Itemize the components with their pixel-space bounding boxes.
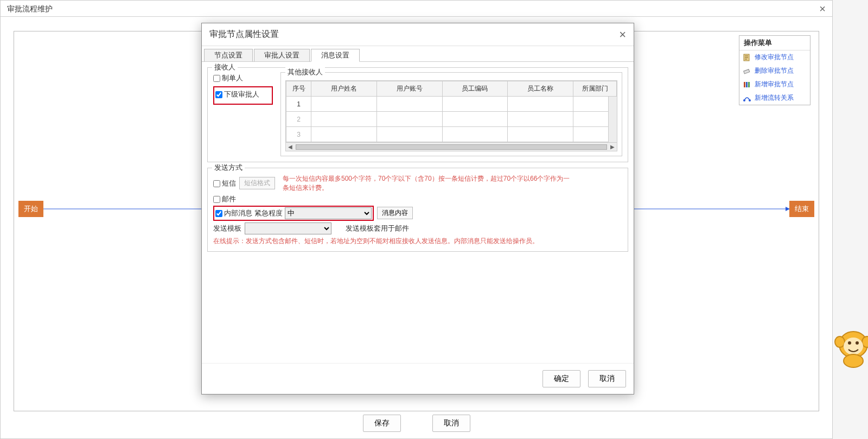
chk-sms-label[interactable]: 短信 — [213, 179, 236, 188]
col-empcode[interactable]: 员工编码 — [442, 81, 508, 97]
sms-format-button[interactable]: 短信格式 — [239, 177, 275, 189]
close-icon[interactable]: × — [619, 28, 626, 42]
scroll-left-icon[interactable]: ◀ — [286, 144, 295, 150]
horizontal-scrollbar[interactable]: ◀ ▶ — [286, 142, 617, 151]
chk-sms[interactable] — [213, 180, 220, 187]
modal-footer: 确定 取消 — [202, 363, 634, 394]
recipient-group: 接收人 制单人 下级审批人 其他接收人 序号 — [207, 67, 628, 162]
tab-content: 接收人 制单人 下级审批人 其他接收人 序号 — [202, 62, 634, 363]
template-label: 发送模板 — [213, 224, 241, 233]
highlight-internal-msg: 内部消息 紧急程度 中 — [213, 206, 374, 221]
flow-node-start[interactable]: 开始 — [18, 201, 43, 217]
outer-button-row: 保存 取消 — [1, 415, 832, 432]
col-seq[interactable]: 序号 — [286, 81, 311, 97]
chk-label-text: 下级审批人 — [224, 90, 259, 98]
vertical-scrollbar[interactable] — [608, 97, 617, 142]
col-username[interactable]: 用户姓名 — [311, 81, 377, 97]
op-item-label: 新增流转关系 — [755, 93, 794, 103]
op-item-label: 新增审批节点 — [755, 80, 794, 89]
table-row[interactable]: 1 — [286, 97, 617, 112]
op-delete-node[interactable]: 删除审批节点 — [739, 64, 810, 78]
svg-point-12 — [844, 338, 863, 355]
chk-internal-label[interactable]: 内部消息 — [215, 208, 252, 218]
scroll-right-icon[interactable]: ▶ — [608, 144, 617, 150]
row-sms: 短信 短信格式 每一次短信内容最多500个字符，70个字以下（含70）按一条短信… — [213, 174, 622, 193]
op-item-label: 修改审批节点 — [755, 53, 794, 62]
col-account[interactable]: 用户账号 — [376, 81, 442, 97]
send-method-group: 发送方式 短信 短信格式 每一次短信内容最多500个字符，70个字以下（含70）… — [207, 168, 628, 252]
highlight-next-approver: 下级审批人 — [213, 86, 273, 105]
svg-rect-3 — [744, 69, 750, 73]
modal-title: 审批节点属性设置 — [209, 29, 279, 40]
flow-node-end[interactable]: 结束 — [789, 201, 814, 217]
outer-title: 审批流程维护 — [7, 1, 53, 17]
cancel-button[interactable]: 取消 — [588, 370, 626, 387]
op-add-relation[interactable]: 新增流转关系 — [739, 91, 810, 105]
recipients-table-wrap: 序号 用户姓名 用户账号 员工编码 员工名称 所属部门 1 2 — [285, 80, 617, 151]
sms-note: 每一次短信内容最多500个字符，70个字以下（含70）按一条短信计费，超过70个… — [283, 174, 576, 193]
svg-point-8 — [749, 99, 751, 101]
svg-point-14 — [856, 341, 859, 345]
chk-label-text: 内部消息 — [224, 209, 252, 217]
col-empname[interactable]: 员工名称 — [508, 81, 573, 97]
svg-rect-6 — [748, 82, 750, 87]
cell-seq: 2 — [286, 112, 311, 127]
chk-next-approver-label[interactable]: 下级审批人 — [215, 90, 271, 99]
op-add-node[interactable]: 新增审批节点 — [739, 78, 810, 91]
chk-maker[interactable] — [213, 75, 220, 82]
group-title: 其他接收人 — [285, 67, 325, 77]
chk-label-text: 短信 — [222, 179, 236, 187]
cell-seq: 1 — [286, 97, 311, 112]
tab-approver-settings[interactable]: 审批人设置 — [254, 49, 310, 62]
template-select[interactable] — [245, 222, 331, 234]
svg-point-7 — [743, 99, 745, 101]
group-title: 接收人 — [212, 62, 238, 72]
urgency-label: 紧急程度 — [254, 208, 283, 218]
chk-label-text: 邮件 — [222, 195, 236, 203]
scroll-thumb[interactable] — [296, 144, 607, 150]
link-icon — [743, 94, 751, 103]
eraser-icon — [743, 67, 751, 75]
chk-label-text: 制单人 — [222, 74, 243, 82]
op-item-label: 删除审批节点 — [755, 66, 794, 75]
operation-menu-title: 操作菜单 — [739, 36, 810, 50]
ok-button[interactable]: 确定 — [542, 370, 580, 387]
modal-titlebar: 审批节点属性设置 × — [202, 23, 634, 46]
svg-rect-4 — [744, 82, 745, 87]
save-button[interactable]: 保存 — [363, 415, 401, 432]
outer-titlebar: 审批流程维护 × — [1, 1, 832, 17]
recipients-table: 序号 用户姓名 用户账号 员工编码 员工名称 所属部门 1 2 — [286, 81, 617, 142]
tab-node-settings[interactable]: 节点设置 — [204, 49, 253, 62]
online-tip: 在线提示：发送方式包含邮件、短信时，若地址为空则不能对相应接收人发送信息。内部消… — [213, 237, 622, 246]
chk-mail-label[interactable]: 邮件 — [213, 194, 236, 204]
svg-point-13 — [848, 341, 851, 345]
message-content-button[interactable]: 消息内容 — [377, 207, 413, 219]
tab-message-settings[interactable]: 消息设置 — [311, 49, 360, 62]
urgency-select[interactable]: 中 — [285, 207, 372, 219]
col-dept[interactable]: 所属部门 — [573, 81, 617, 97]
operation-menu: 操作菜单 修改审批节点 删除审批节点 新增审批节点 新增流转关系 — [739, 35, 810, 105]
cancel-button[interactable]: 取消 — [432, 415, 470, 432]
template-note: 发送模板套用于邮件 — [346, 224, 409, 233]
svg-rect-5 — [746, 82, 748, 87]
edit-icon — [743, 53, 751, 62]
row-mail: 邮件 — [213, 194, 622, 204]
svg-point-10 — [835, 336, 845, 347]
books-icon — [743, 80, 751, 89]
table-row[interactable]: 2 — [286, 112, 617, 127]
row-template: 发送模板 发送模板套用于邮件 — [213, 222, 622, 234]
chk-next-approver[interactable] — [215, 91, 222, 98]
chk-internal[interactable] — [215, 210, 222, 217]
svg-point-15 — [844, 354, 863, 367]
close-icon[interactable]: × — [819, 1, 826, 17]
group-title: 发送方式 — [212, 163, 245, 173]
node-properties-modal: 审批节点属性设置 × 节点设置 审批人设置 消息设置 接收人 制单人 下级审批人… — [201, 23, 634, 395]
recipient-checkbox-column: 制单人 下级审批人 — [213, 72, 273, 156]
other-recipients-group: 其他接收人 序号 用户姓名 用户账号 员工编码 员工名称 — [280, 72, 622, 156]
row-internal: 内部消息 紧急程度 中 消息内容 — [213, 206, 622, 221]
op-modify-node[interactable]: 修改审批节点 — [739, 50, 810, 64]
chk-maker-label[interactable]: 制单人 — [213, 73, 273, 83]
table-row[interactable]: 3 — [286, 127, 617, 142]
chk-mail[interactable] — [213, 196, 220, 203]
tab-row: 节点设置 审批人设置 消息设置 — [202, 46, 634, 62]
